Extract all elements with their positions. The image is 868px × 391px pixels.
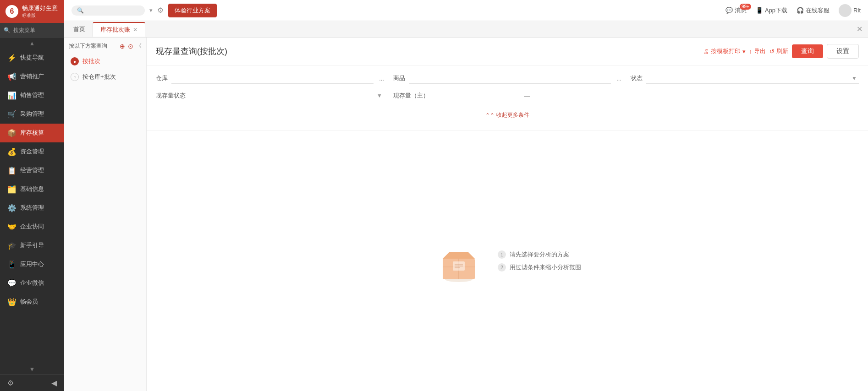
empty-tip-2: 2 用过滤条件来缩小分析范围 bbox=[498, 263, 581, 272]
sidebar-item-label: 营销推广 bbox=[20, 72, 44, 81]
collapse-panel-icon[interactable]: 《 bbox=[136, 42, 142, 50]
topbar-search-box[interactable]: 🔍 bbox=[71, 5, 145, 16]
user-menu[interactable]: Rit bbox=[839, 4, 861, 17]
plan-inactive-icon: ○ bbox=[71, 73, 79, 81]
sidebar-item-finance[interactable]: 💰 资金管理 bbox=[0, 142, 64, 161]
empty-svg bbox=[434, 236, 484, 286]
vip-icon: 👑 bbox=[7, 298, 16, 306]
filter-row-2: 现存量状态 ▼ 现存量（主） — bbox=[156, 90, 859, 101]
sidebar-item-newbie[interactable]: 🎓 新手引导 bbox=[0, 236, 64, 255]
page-title: 现存量查询(按批次) bbox=[156, 46, 227, 57]
sidebar-item-enterprise[interactable]: 🤝 企业协同 bbox=[0, 217, 64, 236]
sidebar-item-label: 快捷导航 bbox=[20, 54, 44, 62]
sidebar-item-basic[interactable]: 🗂️ 基础信息 bbox=[0, 180, 64, 199]
inventory-main-to[interactable] bbox=[534, 90, 622, 101]
empty-tip-1: 1 请先选择要分析的方案 bbox=[498, 250, 581, 259]
inventory-status-select[interactable]: ▼ bbox=[189, 91, 384, 101]
sidebar-item-system[interactable]: ⚙️ 系统管理 bbox=[0, 199, 64, 217]
warehouse-dots[interactable]: ... bbox=[379, 75, 384, 82]
right-panel: 现存量查询(按批次) 🖨 按模板打印 ▾ ↑ 导出 ↺ 刷新 bbox=[147, 38, 868, 391]
product-input[interactable] bbox=[409, 73, 611, 84]
collapse-icon[interactable]: ◀ bbox=[51, 379, 57, 387]
sidebar-item-label: 销售管理 bbox=[20, 91, 44, 99]
inventory-main-from[interactable] bbox=[433, 90, 521, 101]
app-logo: 6 bbox=[5, 5, 18, 18]
sidebar-search[interactable]: 🔍 搜索菜单 bbox=[0, 23, 64, 38]
wechat-icon: 💬 bbox=[7, 279, 16, 288]
messages-btn[interactable]: 💬 消息 99+ bbox=[725, 6, 747, 15]
scroll-up-btn[interactable]: ▲ bbox=[0, 38, 64, 49]
query-button[interactable]: 查询 bbox=[792, 44, 823, 58]
sidebar-item-marketing[interactable]: 📢 营销推广 bbox=[0, 67, 64, 86]
quick-nav-icon: ⚡ bbox=[7, 54, 16, 62]
print-template-label: 按模板打印 bbox=[711, 47, 741, 55]
app-download-label: App下载 bbox=[765, 6, 787, 15]
sidebar-item-operations[interactable]: 📋 经营管理 bbox=[0, 161, 64, 180]
app-download-btn[interactable]: 📱 App下载 bbox=[756, 6, 787, 15]
sidebar-item-wechat[interactable]: 💬 企业微信 bbox=[0, 274, 64, 293]
tab-batch-ledger-label: 库存批次账 bbox=[100, 26, 130, 34]
inventory-main-dash: — bbox=[524, 92, 530, 99]
sidebar-item-label: 新手引导 bbox=[20, 241, 44, 250]
filter-area: 仓库 ... 商品 ... 状态 ▼ bbox=[147, 65, 868, 130]
refresh-btn[interactable]: ↺ 刷新 bbox=[769, 47, 788, 55]
basic-icon: 🗂️ bbox=[7, 185, 16, 194]
search-icon: 🔍 bbox=[4, 27, 11, 33]
sidebar-item-label: 企业协同 bbox=[20, 223, 44, 231]
sidebar-item-vip[interactable]: 👑 畅会员 bbox=[0, 293, 64, 311]
system-icon: ⚙️ bbox=[7, 204, 16, 212]
export-btn[interactable]: ↑ 导出 bbox=[749, 47, 766, 55]
marketing-icon: 📢 bbox=[7, 72, 16, 81]
warehouse-input[interactable] bbox=[171, 73, 374, 84]
settings-button[interactable]: 设置 bbox=[827, 44, 859, 59]
refresh-label: 刷新 bbox=[776, 47, 788, 55]
phone-icon: 📱 bbox=[756, 7, 763, 14]
export-icon: ↑ bbox=[749, 48, 753, 55]
topbar-dropdown-arrow[interactable]: ▾ bbox=[149, 7, 153, 14]
export-label: 导出 bbox=[754, 47, 766, 55]
empty-illustration bbox=[434, 236, 484, 286]
enterprise-icon: 🤝 bbox=[7, 223, 16, 231]
user-name: Rit bbox=[853, 7, 861, 14]
status-label: 状态 bbox=[631, 74, 643, 82]
sidebar-item-sales[interactable]: 📊 销售管理 bbox=[0, 86, 64, 105]
sidebar-item-label: 基础信息 bbox=[20, 185, 44, 193]
topbar-gear-icon[interactable]: ⚙ bbox=[157, 6, 164, 15]
empty-tips: 1 请先选择要分析的方案 2 用过滤条件来缩小分析范围 bbox=[498, 250, 581, 272]
sidebar-item-purchase[interactable]: 🛒 采购管理 bbox=[0, 105, 64, 124]
content-area: 按以下方案查询 ⊕ ⊙ 《 ● 按批次 ○ 按仓库+批次 现存量查询(按批次) bbox=[64, 38, 868, 391]
status-chevron: ▼ bbox=[852, 75, 857, 81]
trial-btn[interactable]: 体验行业方案 bbox=[168, 4, 217, 17]
status-select[interactable]: ▼ bbox=[646, 73, 859, 84]
plan-by-warehouse-batch[interactable]: ○ 按仓库+批次 bbox=[64, 69, 146, 85]
close-panel-btn[interactable]: ✕ bbox=[857, 25, 863, 33]
sidebar-item-label: 资金管理 bbox=[20, 147, 44, 156]
settings-icon[interactable]: ⚙ bbox=[7, 379, 14, 387]
topbar: 🔍 ▾ ⚙ 体验行业方案 💬 消息 99+ 📱 App下载 🎧 在线客服 Rit bbox=[64, 0, 868, 21]
add-plan-icon[interactable]: ⊕ bbox=[120, 43, 125, 50]
tabbar: 首页 库存批次账 ✕ ✕ bbox=[64, 21, 868, 38]
sidebar-item-inventory[interactable]: 📦 库存核算 bbox=[0, 124, 64, 142]
tab-batch-ledger[interactable]: 库存批次账 ✕ bbox=[93, 22, 145, 37]
sidebar-item-quick-nav[interactable]: ⚡ 快捷导航 bbox=[0, 49, 64, 67]
tip-text-2: 用过滤条件来缩小分析范围 bbox=[510, 263, 581, 272]
tip-text-1: 请先选择要分析的方案 bbox=[510, 250, 569, 259]
scroll-down-btn[interactable]: ▼ bbox=[0, 364, 64, 375]
sidebar-item-label: 经营管理 bbox=[20, 166, 44, 174]
online-service-btn[interactable]: 🎧 在线客服 bbox=[797, 6, 830, 15]
tab-close-btn[interactable]: ✕ bbox=[133, 27, 137, 33]
plan-active-icon: ● bbox=[71, 57, 79, 65]
print-dropdown-icon: ▾ bbox=[742, 48, 746, 55]
left-panel: 按以下方案查询 ⊕ ⊙ 《 ● 按批次 ○ 按仓库+批次 bbox=[64, 38, 147, 391]
collapse-bar[interactable]: ⌃⌃ 收起更多条件 bbox=[156, 108, 859, 123]
sidebar-item-apps[interactable]: 📱 应用中心 bbox=[0, 255, 64, 274]
inventory-status-filter: 现存量状态 ▼ bbox=[156, 91, 384, 101]
settings-plan-icon[interactable]: ⊙ bbox=[128, 43, 133, 50]
product-dots[interactable]: ... bbox=[616, 75, 621, 82]
collapse-label: 收起更多条件 bbox=[496, 111, 529, 119]
print-template-btn[interactable]: 🖨 按模板打印 ▾ bbox=[703, 47, 746, 55]
tab-home[interactable]: 首页 bbox=[66, 22, 93, 37]
headset-icon: 🎧 bbox=[797, 7, 804, 14]
plan-by-batch[interactable]: ● 按批次 bbox=[64, 54, 146, 69]
inventory-main-filter: 现存量（主） — bbox=[393, 90, 621, 101]
